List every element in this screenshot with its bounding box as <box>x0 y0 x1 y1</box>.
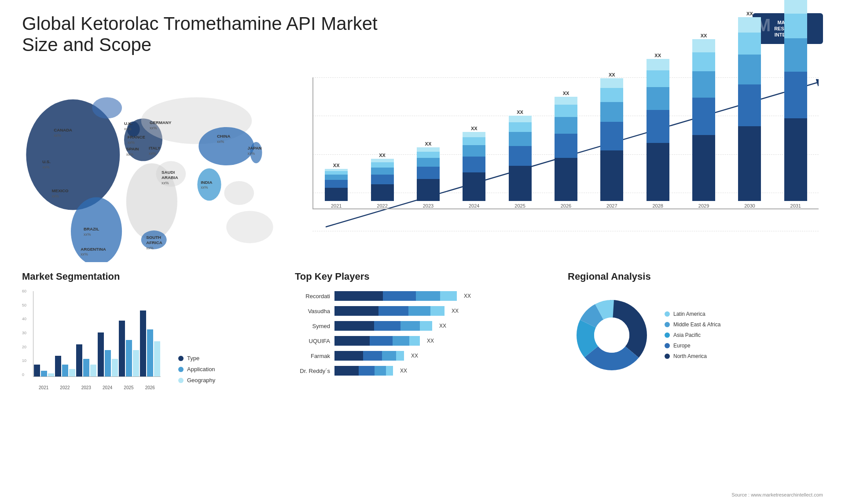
svg-text:xx%: xx% <box>84 232 91 237</box>
seg-bar-2023 <box>76 344 96 376</box>
player-row-vasudha: Vasudha XX <box>295 306 550 316</box>
donut-container: Latin America Middle East & Africa Asia … <box>568 291 823 379</box>
svg-text:xx%: xx% <box>149 151 156 156</box>
player-bar-vasudha <box>334 306 445 316</box>
segmentation-content: 0 10 20 30 40 50 60 <box>22 289 277 390</box>
svg-text:xx%: xx% <box>126 152 134 157</box>
map-label-brazil: BRAZIL <box>84 226 99 231</box>
player-name-vasudha: Vasudha <box>295 308 330 314</box>
svg-text:AFRICA: AFRICA <box>146 240 162 245</box>
map-label-germany: GERMANY <box>150 120 172 125</box>
segmentation-section: Market Segmentation 0 10 20 30 40 50 60 <box>13 267 286 394</box>
player-name-drreddys: Dr. Reddy´s <box>295 368 330 374</box>
map-label-italy: ITALY <box>149 146 161 150</box>
map-label-mexico: MEXICO <box>51 188 69 193</box>
legend-geography-dot <box>178 378 184 383</box>
map-label-spain: SPAIN <box>126 146 139 151</box>
seg-bars-area <box>33 291 161 377</box>
svg-text:xx%: xx% <box>146 246 154 250</box>
regional-title: Regional Analysis <box>568 271 823 282</box>
seg-x-labels: 2021 2022 2023 2024 2025 2026 <box>33 385 161 390</box>
map-label-china: CHINA <box>217 134 231 139</box>
bar-2027: XX 2027 <box>600 72 623 208</box>
bar-2024: XX 2024 <box>463 126 485 208</box>
legend-middle-east: Middle East & Africa <box>665 321 720 328</box>
bar-chart-section: XX 2021 XX <box>286 64 832 267</box>
player-row-farmak: Farmak XX <box>295 351 550 361</box>
bar-2029: XX 2029 <box>692 33 715 208</box>
map-label-saudi: SAUDI <box>162 170 175 175</box>
bar-2025: XX 2025 <box>509 110 532 208</box>
map-label-southafrica: SOUTH <box>146 235 161 240</box>
seg-y-labels: 0 10 20 30 40 50 60 <box>22 289 31 377</box>
legend-type: Type <box>178 355 215 362</box>
svg-text:xx%: xx% <box>162 181 169 185</box>
key-players-title: Top Key Players <box>295 271 550 282</box>
legend-latin-america: Latin America <box>665 311 720 317</box>
middle-east-dot <box>665 322 670 327</box>
segmentation-title: Market Segmentation <box>22 271 277 282</box>
seg-legend: Type Application Geography <box>178 355 215 383</box>
map-section: CANADA xx% U.S. xx% MEXICO xx% BRAZIL xx… <box>13 64 286 267</box>
donut-chart <box>568 291 656 379</box>
page-title: Global Ketorolac Tromethamine API Market… <box>22 13 418 55</box>
bar-2022: XX 2022 <box>371 153 394 208</box>
bar-2031: XX 2031 <box>784 0 807 208</box>
player-name-recordati: Recordati <box>295 293 330 299</box>
bars-container: XX 2021 XX <box>312 77 819 209</box>
regional-legend: Latin America Middle East & Africa Asia … <box>665 311 720 359</box>
seg-bar-2026 <box>140 310 160 376</box>
bar-2030: XX 2030 <box>738 11 761 208</box>
svg-point-9 <box>198 127 254 165</box>
map-label-uk: U.K. <box>124 121 133 126</box>
svg-text:xx%: xx% <box>150 126 157 130</box>
world-map: CANADA xx% U.S. xx% MEXICO xx% BRAZIL xx… <box>18 69 282 262</box>
map-label-argentina: ARGENTINA <box>81 247 106 252</box>
player-bar-recordati <box>334 291 457 301</box>
regional-section: Regional Analysis <box>559 267 832 394</box>
legend-type-dot <box>178 356 184 361</box>
svg-text:xx%: xx% <box>217 139 224 144</box>
map-label-us: U.S. <box>42 159 51 164</box>
key-players-section: Top Key Players Recordati XX Vasudha <box>286 267 559 394</box>
seg-bar-2022 <box>55 356 75 376</box>
svg-point-1 <box>92 97 122 118</box>
seg-bar-2021 <box>34 365 54 376</box>
svg-text:xx%: xx% <box>81 252 88 256</box>
player-bar-uquifa <box>334 336 420 346</box>
player-row-drreddys: Dr. Reddy´s XX <box>295 366 550 376</box>
player-bar-drreddys <box>334 366 393 376</box>
source-line: Source : www.marketresearchintellect.com <box>731 492 823 497</box>
player-row-recordati: Recordati XX <box>295 291 550 301</box>
player-name-uquifa: UQUIFA <box>295 338 330 344</box>
player-row-symed: Symed XX <box>295 321 550 331</box>
bar-chart-wrapper: XX 2021 XX <box>295 69 823 253</box>
seg-bar-2025 <box>119 321 139 376</box>
legend-application-dot <box>178 367 184 372</box>
svg-text:xx%: xx% <box>124 127 132 131</box>
map-label-japan: JAPAN <box>248 146 262 150</box>
map-label-india: INDIA <box>201 180 212 185</box>
player-name-symed: Symed <box>295 323 330 329</box>
legend-asia-pacific: Asia Pacific <box>665 332 720 338</box>
europe-dot <box>665 343 670 348</box>
player-row-uquifa: UQUIFA XX <box>295 336 550 346</box>
bar-2021: XX 2021 <box>325 163 348 208</box>
svg-text:xx%: xx% <box>201 185 208 190</box>
svg-text:ARABIA: ARABIA <box>162 175 178 180</box>
player-name-farmak: Farmak <box>295 353 330 359</box>
bottom-right: Top Key Players Recordati XX Vasudha <box>286 267 832 394</box>
svg-point-11 <box>224 181 254 205</box>
latin-america-dot <box>665 311 670 317</box>
player-bar-farmak <box>334 351 404 361</box>
main-content: CANADA xx% U.S. xx% MEXICO xx% BRAZIL xx… <box>0 64 845 394</box>
svg-point-38 <box>594 318 629 353</box>
asia-pacific-dot <box>665 332 670 338</box>
svg-text:xx%: xx% <box>54 133 61 138</box>
bar-2028: XX 2028 <box>647 53 669 208</box>
svg-text:xx%: xx% <box>51 194 59 198</box>
bar-2026: XX 2026 <box>555 91 577 208</box>
svg-text:xx%: xx% <box>128 140 135 145</box>
map-label-france: FRANCE <box>128 135 146 139</box>
seg-bar-2024 <box>98 332 118 376</box>
